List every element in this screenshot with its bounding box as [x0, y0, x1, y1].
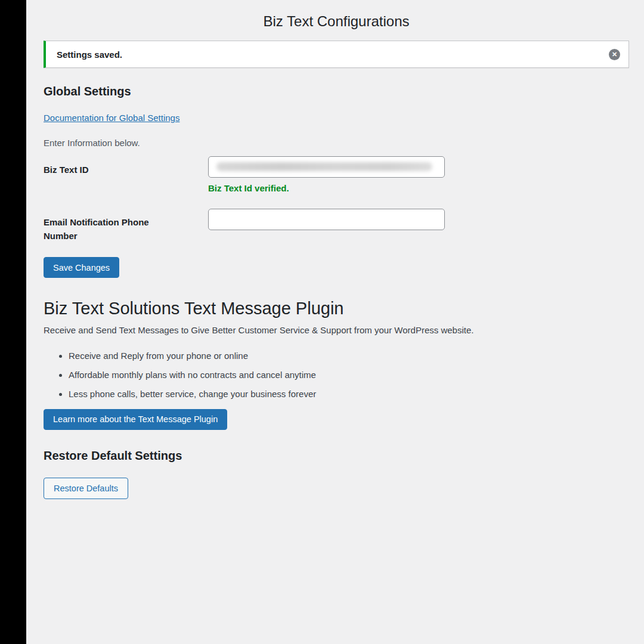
close-icon: ✕: [609, 49, 620, 60]
settings-form: Biz Text ID Biz Text Id verified. Email …: [44, 156, 629, 243]
admin-sidebar-collapsed: [0, 0, 26, 644]
biz-text-id-label: Biz Text ID: [44, 156, 208, 177]
learn-more-button[interactable]: Learn more about the Text Message Plugin: [44, 409, 227, 430]
plugin-promo-heading: Biz Text Solutions Text Message Plugin: [44, 298, 629, 319]
feature-list: Receive and Reply from your phone or onl…: [44, 351, 629, 399]
settings-page: Biz Text Configurations Settings saved. …: [26, 0, 644, 499]
list-item: Receive and Reply from your phone or onl…: [69, 351, 629, 361]
plugin-promo-description: Receive and Send Text Messages to Give B…: [44, 325, 629, 335]
biz-text-id-row: Biz Text ID Biz Text Id verified.: [44, 156, 629, 202]
list-item: Affordable monthly plans with no contrac…: [69, 370, 629, 380]
documentation-link[interactable]: Documentation for Global Settings: [44, 113, 179, 123]
page-title: Biz Text Configurations: [44, 12, 629, 30]
restore-defaults-button[interactable]: Restore Defaults: [44, 478, 128, 499]
email-phone-input[interactable]: [208, 209, 445, 230]
global-settings-heading: Global Settings: [44, 85, 629, 98]
verified-status-text: Biz Text Id verified.: [208, 183, 629, 193]
email-phone-row: Email Notification Phone Number: [44, 209, 629, 243]
notice-message: Settings saved.: [57, 49, 122, 60]
email-phone-label: Email Notification Phone Number: [44, 209, 208, 243]
biz-text-id-input[interactable]: [208, 156, 445, 178]
list-item: Less phone calls, better service, change…: [69, 389, 629, 399]
dismiss-notice-button[interactable]: ✕: [609, 49, 620, 60]
save-changes-button[interactable]: Save Changes: [44, 257, 119, 278]
settings-saved-notice: Settings saved. ✕: [44, 41, 629, 68]
intro-text: Enter Information below.: [44, 138, 629, 148]
restore-defaults-heading: Restore Default Settings: [44, 449, 629, 463]
